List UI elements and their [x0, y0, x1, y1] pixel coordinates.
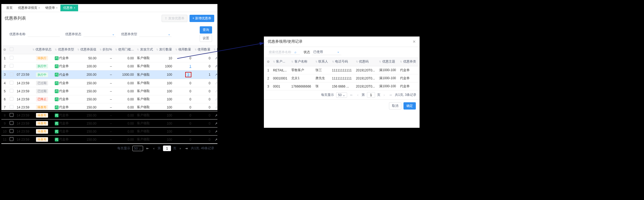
close-icon[interactable]: ×	[74, 6, 75, 9]
close-icon[interactable]: ✕	[413, 39, 416, 44]
external-link-icon[interactable]: ↗	[215, 130, 217, 133]
table-row[interactable]: 3000117666666666张156 6666 ...2019120T0..…	[265, 82, 419, 90]
row-checkbox[interactable]	[10, 137, 13, 141]
modal-last-page-button[interactable]: ⇥	[388, 93, 393, 97]
column-header[interactable]: ⇅ 电话号码	[330, 57, 354, 66]
row-checkbox[interactable]	[10, 81, 13, 85]
table-row[interactable]: 2执行中代代金券100.00--0.00客户领取100010↗▦	[1, 62, 217, 70]
row-checkbox[interactable]	[10, 129, 13, 133]
row-checkbox[interactable]	[10, 113, 13, 117]
add-coupon-button[interactable]: + 新增优惠券	[190, 15, 214, 22]
filter-status-select[interactable]: ⌄	[83, 32, 116, 37]
gear-column[interactable]: ⚙	[265, 57, 271, 66]
checkbox-column[interactable]	[8, 45, 15, 54]
external-link-icon[interactable]: ↗	[215, 138, 217, 141]
share-icon: ⇪	[165, 16, 167, 20]
external-link-icon[interactable]: ↗	[215, 89, 217, 93]
external-link-icon[interactable]: ↗	[215, 56, 217, 60]
column-header[interactable]: ⇅ 领用数量	[174, 45, 193, 54]
distribute-coupon-button[interactable]: ⇪ 发放优惠券	[162, 15, 187, 22]
voucher-icon: 代	[55, 138, 59, 141]
filter-name-input[interactable]	[28, 31, 60, 37]
prev-page-button[interactable]: ‹	[152, 147, 155, 150]
close-icon[interactable]: ×	[56, 6, 58, 9]
row-checkbox[interactable]	[10, 97, 13, 101]
query-button[interactable]: 查询	[200, 26, 212, 34]
external-link-icon[interactable]: ↗	[215, 122, 217, 125]
column-header[interactable]: ⇅ 折扣%	[98, 45, 114, 54]
modal-state-select[interactable]: 已使用 ⌄	[312, 49, 341, 55]
column-header[interactable]: ⇅ 客户...	[271, 57, 290, 66]
external-link-icon[interactable]: ↗	[215, 106, 217, 109]
sort-icon: ⇅	[379, 60, 381, 63]
table-row[interactable]: 514 23:59已过期代代金券150.00--0.00客户领取10000↗▦	[1, 87, 217, 95]
coupon-table-wrap[interactable]: ⚙⇅ 优惠券状态⇅ 优惠券类型⇅ 优惠券面值⇅ 折扣%⇅ 使用门槛...⇅ 发放…	[1, 45, 217, 144]
tab-优惠券详情页[interactable]: 优惠券详情页×	[15, 5, 43, 11]
table-row[interactable]: 1待执行代代金券50.00--0.00客户领取1000↗▦	[1, 54, 217, 62]
column-header[interactable]: ⇅ 使用数量	[193, 45, 212, 54]
modal-per-page-select[interactable]: 50 ⌄	[336, 92, 347, 98]
column-header[interactable]: ⇅ 发行数量	[155, 45, 174, 54]
modal-search-input[interactable]: ⌕	[268, 50, 300, 55]
next-page-button[interactable]: ›	[179, 147, 182, 150]
column-header[interactable]: ⇅ 发放方式	[135, 45, 154, 54]
coupon-table: ⚙⇅ 优惠券状态⇅ 优惠券类型⇅ 优惠券面值⇅ 折扣%⇅ 使用门槛...⇅ 发放…	[1, 45, 217, 144]
external-link-icon[interactable]: ↗	[215, 114, 217, 117]
row-checkbox[interactable]	[10, 72, 13, 76]
claimed-count-link[interactable]: 1	[190, 64, 191, 68]
column-header[interactable]: ⇅ 客户名称	[290, 57, 314, 66]
row-checkbox[interactable]	[10, 56, 13, 60]
table-row[interactable]: 1114 23:59待发布代代金券150.00--0.00客户领取10000↗▦	[1, 136, 217, 144]
page-input[interactable]	[163, 146, 171, 151]
modal-prev-page-button[interactable]: ‹	[356, 93, 359, 97]
close-icon[interactable]: ×	[38, 6, 40, 9]
status-badge: 待发布	[36, 129, 48, 134]
table-row[interactable]: 814 23:59待发布代代金券150.00--0.00客户领取10000↗▦	[1, 111, 217, 119]
external-link-icon[interactable]: ↗	[215, 64, 217, 68]
status-badge: 执行中	[36, 64, 48, 68]
per-page-select[interactable]: 50 ⌄	[132, 146, 143, 151]
modal-page-input[interactable]	[367, 92, 375, 98]
settings-button[interactable]: 设置	[200, 35, 212, 42]
row-checkbox[interactable]	[10, 121, 13, 125]
table-row[interactable]: 614 23:59已终止代代金券150.00--0.00客户领取10000↗▦	[1, 95, 217, 103]
column-header[interactable]: ⇅ 优惠券状态	[31, 45, 53, 54]
filter-type-select[interactable]: ⌄	[139, 32, 172, 37]
claimed-count-link[interactable]: 3	[185, 72, 191, 77]
table-row[interactable]: 914 23:59待发布代代金券150.00--0.00客户领取10000↗▦	[1, 119, 217, 128]
column-header[interactable]: ⇅ 联系人	[314, 57, 330, 66]
voucher-icon: 代	[55, 73, 59, 77]
table-row[interactable]: 307 23:59执行中代代金券200.00--1000.00客户领取10031…	[1, 70, 217, 79]
tab-优惠券[interactable]: 优惠券×	[60, 5, 78, 11]
row-checkbox[interactable]	[10, 89, 13, 93]
sort-icon: ⇅	[137, 48, 139, 51]
gear-column[interactable]: ⚙	[1, 45, 8, 54]
tab-首页[interactable]: 首页	[3, 5, 15, 11]
external-link-icon[interactable]: ↗	[215, 81, 217, 85]
modal-first-page-button[interactable]: ⇤	[349, 93, 354, 97]
row-checkbox[interactable]	[10, 105, 13, 109]
row-checkbox[interactable]	[10, 64, 13, 68]
column-header[interactable]: ⇅ 优惠券类	[398, 57, 419, 66]
column-header[interactable]: ⇅ 操作	[212, 45, 217, 54]
external-link-icon[interactable]: ↗	[215, 73, 217, 77]
table-row[interactable]: 200010001北京1唐先生111111111112019120T0...满1…	[265, 74, 419, 82]
cancel-button[interactable]: 取消	[389, 102, 401, 110]
column-header[interactable]: ⇅ 优惠码	[354, 57, 377, 66]
last-page-button[interactable]: ⇥	[184, 147, 189, 150]
table-row[interactable]: 714 23:59待发布代代金券150.00--0.00客户领取10000↗▦	[1, 103, 217, 111]
modal-next-page-button[interactable]: ›	[383, 93, 386, 97]
external-link-icon[interactable]: ↗	[215, 97, 217, 101]
tab-bar: 首页优惠券详情页×销货单×优惠券×	[1, 4, 217, 12]
column-header[interactable]: ⇅ 使用门槛...	[114, 45, 135, 54]
table-row[interactable]: 414 23:59已过期代代金券150.00--0.00客户领取10000↗▦	[1, 79, 217, 87]
table-row[interactable]: 1RETAIL...零散客户张三111111111112019120T0...满…	[265, 66, 419, 74]
table-row[interactable]: 1014 23:59待发布代代金券150.00--0.00客户领取10000↗▦	[1, 128, 217, 136]
column-header[interactable]: ⇅ 优惠券类型	[53, 45, 75, 54]
tab-销货单[interactable]: 销货单×	[43, 5, 60, 11]
voucher-icon: 代	[55, 122, 59, 125]
column-header[interactable]: ⇅ 优惠券面值	[76, 45, 98, 54]
confirm-button[interactable]: 确定	[403, 102, 416, 110]
column-header[interactable]: ⇅ 优惠主题	[377, 57, 398, 66]
first-page-button[interactable]: ⇤	[145, 147, 150, 150]
